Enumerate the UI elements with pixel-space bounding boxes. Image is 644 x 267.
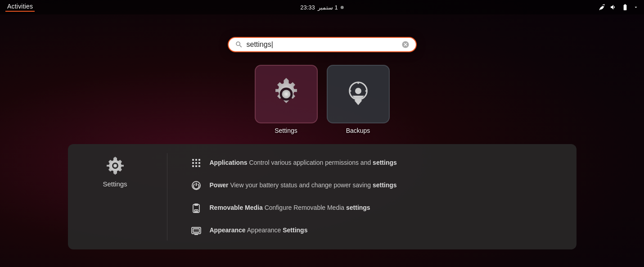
search-clear-button[interactable]	[401, 41, 410, 49]
time-display: 23:33	[300, 4, 315, 11]
svg-point-4	[355, 88, 361, 94]
result-appearance[interactable]: Appearance Appearance Settings	[185, 221, 563, 240]
removable-media-icon	[190, 202, 203, 214]
svg-rect-18	[195, 165, 197, 167]
svg-rect-14	[192, 162, 194, 164]
removable-media-desc: Configure Removable Media	[265, 204, 346, 211]
appearance-desc: Appearance	[247, 226, 283, 234]
applications-result-text: Applications Control various application…	[210, 158, 397, 167]
svg-rect-19	[198, 165, 200, 167]
search-input[interactable]	[247, 41, 398, 49]
backups-svg-icon	[342, 78, 374, 110]
appearance-title: Appearance	[210, 226, 246, 234]
result-power[interactable]: Power View your battery status and chang…	[185, 176, 563, 195]
svg-rect-13	[198, 159, 200, 161]
svg-rect-16	[198, 162, 200, 164]
power-desc-bold: settings	[373, 181, 397, 189]
topbar-right	[598, 4, 639, 11]
appearance-result-text: Appearance Appearance Settings	[210, 226, 308, 235]
applications-title: Applications	[210, 159, 248, 166]
svg-rect-26	[193, 229, 199, 232]
svg-point-10	[113, 164, 117, 167]
result-applications[interactable]: Applications Control various application…	[185, 153, 563, 173]
svg-point-24	[196, 210, 197, 211]
results-left-panel: Settings	[81, 153, 149, 240]
topbar-left: Activities	[5, 3, 35, 12]
power-title: Power	[210, 181, 229, 189]
network-icon[interactable]	[598, 4, 605, 11]
removable-media-result-text: Removable Media Configure Removable Medi…	[210, 204, 370, 213]
svg-rect-11	[192, 159, 194, 161]
battery-icon[interactable]	[621, 4, 629, 11]
svg-point-2	[282, 90, 290, 98]
volume-icon[interactable]	[610, 4, 617, 11]
removable-media-title: Removable Media	[210, 204, 263, 211]
backups-app-icon[interactable]: Backups	[327, 65, 390, 134]
topbar: Activities 1 ستمبر 23:33	[0, 0, 644, 14]
results-settings-icon	[105, 156, 125, 176]
backups-label: Backups	[346, 127, 370, 134]
results-panel: Settings	[68, 144, 576, 249]
applications-desc-bold: settings	[373, 159, 397, 166]
result-removable-media[interactable]: Removable Media Configure Removable Medi…	[185, 198, 563, 218]
applications-icon	[190, 157, 203, 169]
appearance-desc-bold: Settings	[283, 226, 307, 234]
power-desc: View your battery status and change powe…	[230, 181, 372, 189]
applications-desc: Control various application permissions …	[249, 159, 373, 166]
settings-icon-box	[255, 65, 318, 123]
results-divider	[167, 153, 167, 240]
backups-icon-box	[327, 65, 390, 123]
svg-rect-17	[192, 165, 194, 167]
svg-rect-22	[194, 204, 198, 206]
settings-app-icon[interactable]: Settings	[255, 65, 318, 134]
svg-rect-15	[195, 162, 197, 164]
power-result-text: Power View your battery status and chang…	[210, 181, 397, 190]
removable-media-desc-bold: settings	[346, 204, 370, 211]
date-arabic: 1 ستمبر	[318, 4, 338, 11]
search-bar-container	[228, 37, 417, 52]
main-content: Settings Backups	[0, 14, 644, 249]
search-bar	[228, 37, 417, 52]
activities-button[interactable]: Activities	[5, 3, 35, 12]
app-icons-row: Settings Backups	[255, 65, 390, 134]
settings-gear-icon	[268, 76, 304, 112]
settings-label: Settings	[275, 127, 297, 134]
dropdown-arrow-icon[interactable]	[633, 5, 639, 10]
power-icon	[190, 179, 203, 192]
svg-rect-12	[195, 159, 197, 161]
topbar-clock: 1 ستمبر 23:33	[300, 4, 343, 11]
results-app-label: Settings	[103, 180, 127, 188]
notification-dot	[341, 6, 344, 9]
search-icon	[235, 41, 243, 49]
appearance-icon	[190, 224, 203, 237]
results-right-panel: Applications Control various application…	[185, 153, 563, 240]
